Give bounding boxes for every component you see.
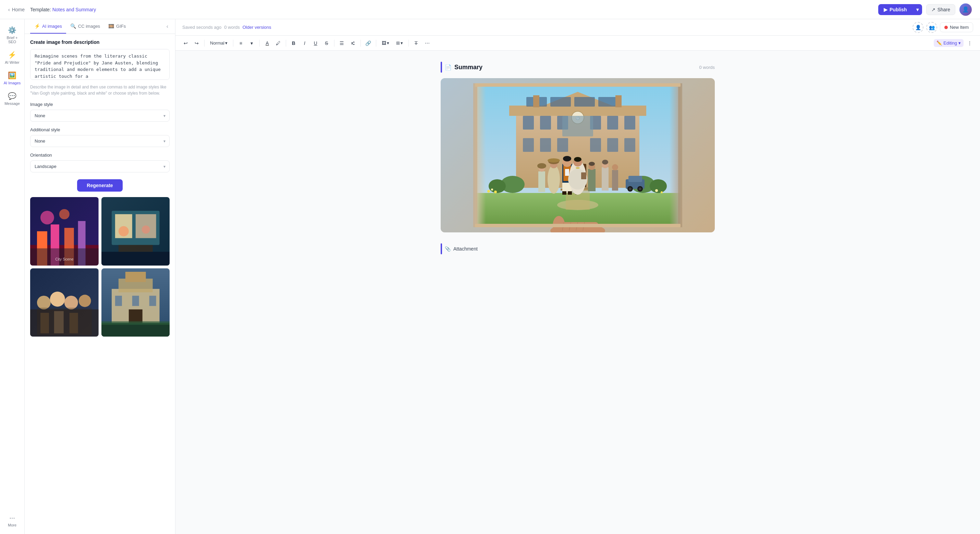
svg-point-112	[639, 188, 641, 190]
summary-section: 📄 Summary 0 words	[441, 62, 715, 233]
image-style-select[interactable]: None Realistic Cartoon Watercolor	[30, 110, 170, 122]
editing-label: Editing	[943, 40, 957, 46]
home-label: Home	[12, 7, 25, 12]
underline-button[interactable]: U	[311, 38, 320, 48]
redo-button[interactable]: ↪	[192, 38, 202, 48]
publish-chevron-icon: ▾	[916, 7, 919, 12]
sidebar-item-ai-images[interactable]: 🖼️ AI Images	[2, 69, 22, 88]
toolbar-right: 👤 👥 New Item	[913, 22, 973, 33]
orientation-label: Orientation	[30, 153, 170, 158]
more-format-button[interactable]: ⋯	[423, 38, 432, 48]
bullet-list-button[interactable]: ☰	[337, 38, 347, 48]
image-insert-icon: 🖼	[382, 40, 386, 46]
sidebar-item-brief-seo[interactable]: ⚙️ Brief + SEO	[2, 23, 22, 46]
svg-point-14	[118, 226, 129, 236]
table-icon: ⊞	[396, 40, 400, 46]
insert-image-dropdown[interactable]: 🖼 ▾	[379, 39, 392, 47]
tab-ai-images[interactable]: ⚡ AI images	[30, 19, 66, 33]
image-thumb-1[interactable]: City Scene	[30, 197, 99, 266]
sidebar-item-message[interactable]: 💬 Message	[2, 89, 22, 108]
tab-gifs[interactable]: 🎞️ GIFs	[104, 19, 130, 33]
new-item-label: New Item	[950, 25, 969, 30]
additional-style-select-wrap: None Van Gogh Monet ▾	[30, 135, 170, 147]
svg-point-90	[576, 167, 580, 169]
insert-table-dropdown[interactable]: ⊞ ▾	[393, 39, 406, 47]
svg-text:City Scene: City Scene	[55, 257, 73, 261]
italic-button[interactable]: I	[300, 38, 309, 48]
new-item-button[interactable]: New Item	[940, 22, 973, 32]
avatar[interactable]: 👤	[959, 3, 972, 16]
panel-content: Create image from description // Set tex…	[25, 34, 175, 534]
user-icon-button-2[interactable]: 👥	[926, 22, 937, 33]
publish-button[interactable]: ▶ Publish ▾	[878, 4, 922, 15]
sidebar-item-label: Message	[5, 102, 20, 105]
svg-rect-55	[540, 116, 551, 129]
editing-mode-button[interactable]: ✏️ Editing ▾	[934, 39, 964, 47]
template-link[interactable]: Notes and Summary	[52, 7, 96, 12]
image-thumb-4[interactable]	[102, 268, 170, 337]
align-dropdown-button[interactable]: ▾	[247, 38, 257, 48]
image-description-input[interactable]	[30, 49, 170, 80]
older-versions-link[interactable]: Older versions	[243, 25, 271, 30]
chevron-down-icon: ▾	[225, 40, 228, 46]
text-style-dropdown[interactable]: Normal ▾	[207, 39, 230, 47]
additional-style-select[interactable]: None Van Gogh Monet	[30, 135, 170, 147]
svg-rect-34	[149, 295, 156, 306]
sidebar: ⚙️ Brief + SEO ⚡ AI Writer 🖼️ AI Images …	[0, 19, 25, 534]
numbered-list-button[interactable]: ⑆	[348, 38, 358, 48]
svg-rect-62	[540, 138, 551, 152]
panel-collapse-button[interactable]: ‹	[165, 19, 170, 33]
paperclip-icon: 📎	[445, 246, 450, 252]
image-thumb-3[interactable]	[30, 268, 99, 337]
orientation-select[interactable]: Landscape Portrait Square	[30, 160, 170, 172]
svg-point-95	[547, 158, 560, 163]
highlight-button[interactable]: 🖊	[274, 38, 283, 48]
svg-rect-50	[533, 95, 539, 107]
additional-style-label: Additional style	[30, 127, 170, 132]
image-icon: 🖼️	[8, 71, 16, 80]
text-color-button[interactable]: A	[262, 38, 272, 48]
user-icon-button-1[interactable]: 👤	[913, 22, 923, 33]
toolbar-divider-8	[409, 40, 409, 46]
sidebar-item-ai-writer[interactable]: ⚡ AI Writer	[2, 48, 22, 67]
svg-rect-120	[473, 83, 477, 227]
svg-rect-108	[628, 176, 642, 182]
share-button[interactable]: ↗ Share	[926, 4, 955, 15]
svg-point-80	[563, 156, 571, 161]
clear-format-button[interactable]: T̶	[412, 38, 421, 48]
person-add-icon: 👥	[929, 25, 935, 30]
tab-cc-images[interactable]: 🔍 CC images	[66, 19, 104, 33]
orientation-select-wrap: Landscape Portrait Square ▾	[30, 160, 170, 172]
section-header: 📄 Summary 0 words	[441, 62, 715, 73]
saved-status: Saved seconds ago	[182, 25, 221, 30]
sidebar-item-more[interactable]: ··· More	[2, 511, 22, 530]
svg-rect-129	[475, 83, 681, 87]
link-button[interactable]: 🔗	[364, 38, 373, 48]
image-thumb-2[interactable]	[102, 197, 170, 266]
description-hint: Describe the image in detail and then us…	[30, 84, 170, 96]
svg-rect-33	[132, 295, 139, 306]
svg-point-88	[574, 157, 581, 162]
share-icon: ↗	[931, 7, 935, 12]
home-button[interactable]: ‹ Home	[8, 7, 25, 12]
bold-button[interactable]: B	[289, 38, 299, 48]
chevron-down-icon-table: ▾	[401, 40, 403, 46]
lightning-tab-icon: ⚡	[34, 23, 40, 29]
regenerate-button[interactable]: Regenerate	[77, 179, 123, 191]
svg-rect-63	[557, 138, 568, 152]
svg-rect-37	[102, 321, 170, 325]
more-options-button[interactable]: ⋮	[965, 38, 975, 48]
svg-rect-54	[523, 116, 534, 129]
editor-toolbar-top: Saved seconds ago 0 words Older versions…	[175, 19, 980, 36]
gif-tab-icon: 🎞️	[108, 23, 114, 29]
top-nav: ‹ Home Template: Notes and Summary ▶ Pub…	[0, 0, 980, 19]
undo-button[interactable]: ↩	[181, 38, 191, 48]
align-button[interactable]: ≡	[236, 38, 246, 48]
svg-point-21	[50, 291, 65, 306]
svg-point-7	[59, 209, 70, 219]
strikethrough-button[interactable]: S	[322, 38, 331, 48]
document-icon: 📄	[445, 64, 452, 71]
svg-rect-96	[588, 169, 595, 191]
nav-actions: ▶ Publish ▾ ↗ Share 👤	[878, 3, 972, 16]
image-style-label: Image style	[30, 102, 170, 107]
